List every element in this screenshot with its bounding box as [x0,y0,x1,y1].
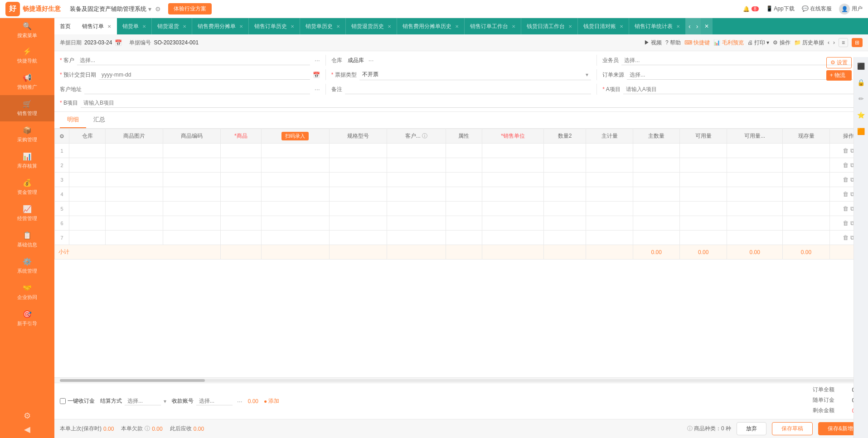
tab-close-salesrefund[interactable]: ✕ [183,24,186,29]
tab-cashclearwork[interactable]: 钱货日清工作台 ✕ [521,18,578,34]
row-product[interactable] [221,216,261,231]
row-product-code[interactable] [163,144,221,158]
row-delete-btn[interactable]: 🗑 [843,176,849,183]
row-main-qty[interactable] [633,158,680,173]
tab-salesorder[interactable]: 销售订单 ✕ [77,18,117,34]
sidebar-item-system[interactable]: ⚙️ 系统管理 [0,253,54,279]
row-qty2[interactable] [544,144,586,158]
tab-close-salesorderwork[interactable]: ✕ [512,24,515,29]
sidebar-collapse-icon[interactable]: ◀ [24,424,30,434]
right-panel-icon-3[interactable]: ✏ [856,93,867,104]
row-sales-unit[interactable] [482,202,543,216]
sidebar-item-finance[interactable]: 💰 资金管理 [0,174,54,200]
sidebar-item-search[interactable]: 🔍 搜索菜单 [0,18,54,43]
row-delete-btn[interactable]: 🗑 [843,147,849,154]
tab-salesrefund[interactable]: 销货退货 ✕ [152,18,192,34]
row-sales-unit[interactable] [482,216,543,231]
row-main-qty[interactable] [633,144,680,158]
col-settings[interactable]: ⚙ [55,129,69,144]
customer-address-input[interactable] [84,85,310,94]
row-sales-unit[interactable] [482,231,543,245]
tab-summary[interactable]: 汇总 [86,112,112,128]
row-warehouse[interactable] [69,231,106,245]
user-area[interactable]: 👤 用户 [839,4,863,14]
row-customer-no[interactable] [387,187,446,202]
right-panel-icon-2[interactable]: 🔒 [856,77,867,88]
row-attribute[interactable] [446,144,482,158]
row-customer-no[interactable] [387,144,446,158]
tab-close-salesreturn[interactable]: ✕ [142,24,146,29]
row-customer-no[interactable] [387,158,446,173]
tab-salesordersummary[interactable]: 销售订单统计表 ✕ [629,18,686,34]
view-btn[interactable]: ▶ 视频 [644,39,662,47]
row-qty2[interactable] [544,158,586,173]
pay-method-arrow[interactable]: ▾ [164,398,166,404]
tab-close-salesreturnhistory[interactable]: ✕ [336,24,340,29]
delivery-calendar-icon[interactable]: 📅 [313,72,320,78]
sidebar-item-purchase[interactable]: 📦 采购管理 [0,121,54,148]
sidebar-item-marketing[interactable]: 📢 营销推广 [0,69,54,95]
row-product-code[interactable] [163,173,221,187]
save-draft-btn[interactable]: 保存草稿 [772,422,813,435]
scan-btn[interactable]: 扫码录入 [281,132,309,140]
tab-close-salesrefundhistory[interactable]: ✕ [388,24,391,29]
row-warehouse[interactable] [69,187,106,202]
tab-home[interactable]: 首页 [54,18,77,34]
sidebar-settings-icon[interactable]: ⚙ [24,411,31,421]
pay-method-input[interactable] [125,397,161,405]
invoice-type-select[interactable]: 不开票 ▾ [359,69,592,80]
scroll-track[interactable] [60,379,863,382]
remark-input[interactable] [345,85,592,94]
row-warehouse[interactable] [69,216,106,231]
row-qty2[interactable] [544,231,586,245]
tab-salesreturnhistory[interactable]: 销货单历史 ✕ [300,18,346,34]
row-product-code[interactable] [163,216,221,231]
tab-salesreturn[interactable]: 销货单 ✕ [117,18,152,34]
receipt-account-more-btn[interactable]: ··· [237,398,242,405]
help-btn[interactable]: ? 帮助 [665,39,681,47]
row-qty2[interactable] [544,173,586,187]
online-service[interactable]: 💬 在线客服 [802,5,832,13]
row-product-code[interactable] [163,202,221,216]
calendar-icon[interactable]: 📅 [115,39,122,46]
print-btn[interactable]: 🖨 打印 ▾ [747,39,770,47]
add-column-btn[interactable]: + 物流 [826,70,852,81]
tab-salesfee[interactable]: 销售费用分摊单 ✕ [192,18,249,34]
tab-close-cashclearaccount[interactable]: ✕ [620,24,623,29]
app-download[interactable]: 📱 App下载 [766,5,795,13]
row-sales-unit[interactable] [482,187,543,202]
order-source-input[interactable] [627,70,853,80]
tab-close-salesorder[interactable]: ✕ [107,24,111,29]
sidebar-item-guide[interactable]: 🎯 新手引导 [0,305,54,332]
next-record-btn[interactable]: › [833,39,835,46]
layout-list-btn[interactable]: ≡ [839,38,848,47]
receipt-account-input[interactable] [196,397,233,405]
notification-area[interactable]: 🔔 8 [743,6,759,12]
row-product-code[interactable] [163,158,221,173]
row-spec-model[interactable] [330,144,387,158]
tab-detail[interactable]: 明细 [60,112,86,128]
tab-salesorderwork[interactable]: 销售订单工作台 ✕ [465,18,521,34]
row-product[interactable] [221,231,261,245]
row-warehouse[interactable] [69,144,106,158]
row-warehouse[interactable] [69,173,106,187]
row-spec-model[interactable] [330,202,387,216]
tab-salesorderhistory[interactable]: 销售订单历史 ✕ [249,18,300,34]
profit-btn[interactable]: 📊 毛利预览 [713,39,743,47]
tab-salesfeehistory[interactable]: 销售费用分摊单历史 ✕ [397,18,465,34]
row-product[interactable] [221,173,261,187]
row-delete-btn[interactable]: 🗑 [843,162,849,168]
row-qty2[interactable] [544,216,586,231]
tab-close-cashclearwork[interactable]: ✕ [568,24,572,29]
row-main-qty[interactable] [633,231,680,245]
sidebar-item-basic[interactable]: 📋 基础信息 [0,226,54,253]
sidebar-item-inventory[interactable]: 📊 库存核算 [0,148,54,174]
tab-close-salesfeehistory[interactable]: ✕ [455,24,459,29]
sidebar-item-operations[interactable]: 📈 经营管理 [0,200,54,226]
row-product[interactable] [221,187,261,202]
row-spec-model[interactable] [330,216,387,231]
row-customer-no[interactable] [387,202,446,216]
row-product[interactable] [221,158,261,173]
right-panel-icon-5[interactable]: 🟧 [856,126,867,137]
salesperson-input[interactable] [621,56,853,65]
